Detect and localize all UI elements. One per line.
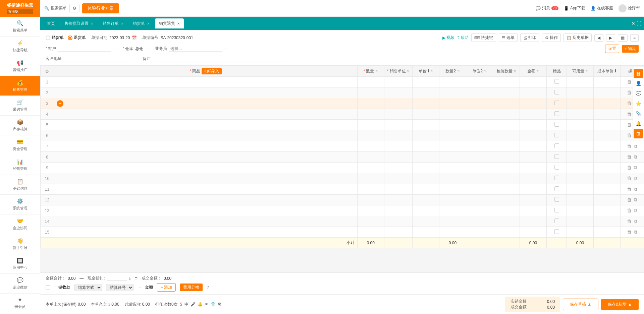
cell-price-11[interactable] [413, 184, 439, 195]
cell-product-2[interactable] [54, 87, 358, 98]
cell-qty-11[interactable] [357, 184, 384, 195]
cell-amount-12[interactable] [520, 195, 547, 205]
cell-cost-3[interactable] [594, 98, 621, 109]
cell-unit2-11[interactable] [466, 184, 493, 195]
cell-unit2-10[interactable] [466, 173, 493, 184]
cell-ops-12[interactable]: 🗑 ⧉ [621, 195, 644, 205]
cell-unit2-3[interactable] [466, 98, 493, 109]
cell-product-6[interactable] [54, 130, 358, 141]
cell-pack-15[interactable] [493, 227, 520, 238]
copy-row-button-11[interactable]: ⧉ [633, 186, 638, 193]
delete-row-button-9[interactable]: 🗑 [626, 164, 632, 171]
radio-sales[interactable]: 销货单 [46, 35, 64, 41]
cell-qty2-5[interactable] [439, 120, 466, 130]
address-select-btn[interactable]: ··· [133, 56, 137, 62]
sidebar-item-appstore[interactable]: 🔲 应用中心 [0, 254, 40, 274]
cell-ops-11[interactable]: 🗑 ⧉ [621, 184, 644, 195]
cell-amount-6[interactable] [520, 130, 547, 141]
cell-price-4[interactable] [413, 109, 439, 120]
close-tab-button[interactable]: ✕ [631, 21, 635, 26]
cell-qty-1[interactable] [357, 77, 384, 87]
gift-checkbox-6[interactable] [554, 133, 559, 137]
cell-qty-3[interactable] [357, 98, 384, 109]
amount-sort-icon[interactable]: ⇅ [536, 69, 539, 73]
gift-checkbox-14[interactable] [554, 218, 559, 223]
help-link[interactable]: ? 帮助 [457, 35, 469, 41]
gift-checkbox-9[interactable] [554, 165, 559, 170]
cell-avail-6[interactable] [567, 130, 594, 141]
cell-unit-7[interactable] [384, 141, 412, 152]
delete-row-button-7[interactable]: 🗑 [626, 143, 632, 149]
cell-price-6[interactable] [413, 130, 439, 141]
sidebar-item-sales[interactable]: 💰 销售管理 [0, 76, 40, 96]
copy-row-button-15[interactable]: ⧉ [633, 229, 638, 236]
product-input-3[interactable] [65, 101, 105, 106]
cell-unit-5[interactable] [384, 120, 412, 130]
gift-checkbox-13[interactable] [554, 208, 559, 212]
online-service[interactable]: 👤 在线客服 [591, 5, 613, 11]
cell-product-7[interactable] [54, 141, 358, 152]
cell-pack-9[interactable] [493, 163, 520, 173]
cell-product-8[interactable] [54, 152, 358, 163]
delete-row-button-14[interactable]: 🗑 [626, 218, 632, 225]
cell-unit-9[interactable] [384, 163, 412, 173]
cell-avail-12[interactable] [567, 195, 594, 205]
sidebar-item-marketing[interactable]: 📢 营销推广 [0, 56, 40, 76]
cell-unit2-6[interactable] [466, 130, 493, 141]
rt-user-icon[interactable]: 👤 [634, 79, 643, 88]
cell-avail-3[interactable] [567, 98, 594, 109]
note-input[interactable] [153, 56, 287, 62]
cell-pack-14[interactable] [493, 216, 520, 227]
print-button[interactable]: 🖨 打印 [520, 34, 539, 42]
sidebar-item-wechat[interactable]: 💬 企业微信 [0, 274, 40, 294]
cell-product-13[interactable] [54, 205, 358, 216]
price-sort-icon[interactable]: ⇅ [430, 69, 433, 73]
gift-checkbox-10[interactable] [554, 176, 559, 180]
cell-qty2-6[interactable] [439, 130, 466, 141]
address-input[interactable] [64, 56, 131, 62]
cell-price-2[interactable] [413, 87, 439, 98]
sidebar-item-enterprise[interactable]: 🤝 企业协同 [0, 214, 40, 234]
cell-price-7[interactable] [413, 141, 439, 152]
next-doc-button[interactable]: ▶ [606, 34, 615, 42]
unit-sort-icon[interactable]: ⇅ [407, 69, 410, 73]
experience-button[interactable]: 体验行业方案 [82, 3, 119, 13]
cell-product-9[interactable] [54, 163, 358, 173]
cell-pack-13[interactable] [493, 205, 520, 216]
grid-view-button[interactable]: ▦ [618, 34, 628, 42]
unit2-sort-icon[interactable]: ⇅ [484, 69, 487, 73]
cell-ops-8[interactable]: 🗑 ⧉ [621, 152, 644, 163]
search-menu[interactable]: 🔍 搜索菜单 [44, 5, 67, 11]
cell-amount-7[interactable] [520, 141, 547, 152]
cell-amount-3[interactable] [520, 98, 547, 109]
cell-amount-2[interactable] [520, 87, 547, 98]
cell-cost-14[interactable] [594, 216, 621, 227]
settings-action-button[interactable]: 设置 [605, 45, 619, 53]
cell-avail-8[interactable] [567, 152, 594, 163]
cell-price-3[interactable] [413, 98, 439, 109]
radio-return[interactable]: 退货单 [68, 35, 86, 41]
sidebar-item-search[interactable]: 🔍 搜索菜单 [0, 17, 40, 37]
rt-table-icon[interactable]: ▦ [634, 69, 643, 78]
cell-price-8[interactable] [413, 152, 439, 163]
cell-unit2-15[interactable] [466, 227, 493, 238]
gift-checkbox-2[interactable] [554, 90, 559, 95]
cell-ops-10[interactable]: 🗑 ⧉ [621, 173, 644, 184]
cell-pack-6[interactable] [493, 130, 520, 141]
cell-avail-14[interactable] [567, 216, 594, 227]
cell-qty2-9[interactable] [439, 163, 466, 173]
cell-qty2-4[interactable] [439, 109, 466, 120]
cell-product-12[interactable] [54, 195, 358, 205]
cell-unit-12[interactable] [384, 195, 412, 205]
cell-qty2-7[interactable] [439, 141, 466, 152]
cell-amount-4[interactable] [520, 109, 547, 120]
cell-gift-14[interactable] [547, 216, 567, 227]
delete-row-button-13[interactable]: 🗑 [626, 207, 632, 214]
cell-gift-5[interactable] [547, 120, 567, 130]
cell-qty-5[interactable] [357, 120, 384, 130]
delete-row-button-5[interactable]: 🗑 [626, 121, 632, 128]
cell-qty-10[interactable] [357, 173, 384, 184]
cell-cost-2[interactable] [594, 87, 621, 98]
cell-unit-1[interactable] [384, 77, 412, 87]
copy-row-button-14[interactable]: ⧉ [633, 218, 638, 225]
